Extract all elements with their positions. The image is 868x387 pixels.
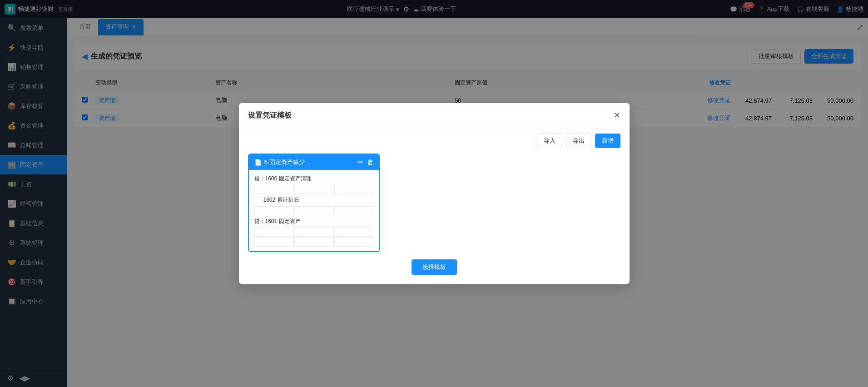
delete-template-btn[interactable]: 🗑 bbox=[367, 159, 373, 166]
entry-cell bbox=[294, 185, 333, 194]
select-template-btn[interactable]: 选择模板 bbox=[412, 259, 457, 275]
export-btn[interactable]: 导出 bbox=[566, 134, 591, 148]
template-list: 📄 5-固定资产减少 ✏ 🗑 借：1606 固定资产清理 bbox=[248, 154, 620, 252]
template-entry: 贷：1601 固定资产 bbox=[254, 216, 373, 227]
document-icon: 📄 bbox=[254, 159, 262, 166]
entry-cell bbox=[254, 185, 293, 194]
entry-cell bbox=[294, 206, 333, 215]
modal-overlay: 设置凭证模板 ✕ 导入 导出 新增 📄 5-固定资产减少 ✏ bbox=[0, 0, 868, 387]
entry-cell bbox=[294, 228, 333, 237]
entry-cell bbox=[294, 238, 333, 247]
template-name: 5-固定资产减少 bbox=[264, 158, 305, 166]
import-btn[interactable]: 导入 bbox=[537, 134, 562, 148]
template-card: 📄 5-固定资产减少 ✏ 🗑 借：1606 固定资产清理 bbox=[248, 154, 380, 252]
edit-template-btn[interactable]: ✏ bbox=[358, 159, 363, 166]
template-card-actions: ✏ 🗑 bbox=[358, 159, 373, 166]
entry-cell bbox=[334, 238, 373, 247]
modal-header: 设置凭证模板 ✕ bbox=[239, 103, 630, 128]
template-card-body: 借：1606 固定资产清理 1602 累计折旧 贷：1601 固定资 bbox=[249, 170, 379, 251]
modal-title: 设置凭证模板 bbox=[248, 111, 292, 120]
modal-dialog: 设置凭证模板 ✕ 导入 导出 新增 📄 5-固定资产减少 ✏ bbox=[239, 103, 630, 284]
new-template-btn[interactable]: 新增 bbox=[595, 134, 620, 148]
entry-cell bbox=[254, 228, 293, 237]
template-card-header-left: 📄 5-固定资产减少 bbox=[254, 158, 305, 166]
template-entry: 1602 累计折旧 bbox=[254, 195, 373, 205]
entry-cell bbox=[254, 206, 293, 215]
entry-cell bbox=[254, 238, 293, 247]
template-entry: 借：1606 固定资产清理 bbox=[254, 174, 373, 184]
modal-close-btn[interactable]: ✕ bbox=[614, 110, 620, 120]
entry-cell bbox=[334, 228, 373, 237]
entry-cell bbox=[334, 206, 373, 215]
template-card-header: 📄 5-固定资产减少 ✏ 🗑 bbox=[249, 154, 379, 170]
modal-body: 📄 5-固定资产减少 ✏ 🗑 借：1606 固定资产清理 bbox=[239, 154, 630, 284]
entry-cell bbox=[334, 185, 373, 194]
modal-toolbar: 导入 导出 新增 bbox=[239, 128, 630, 154]
